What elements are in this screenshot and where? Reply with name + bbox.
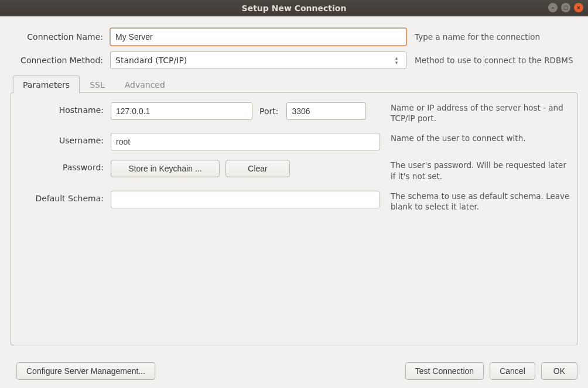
tab-advanced-label: Advanced — [125, 80, 165, 90]
ok-label: OK — [553, 366, 565, 376]
maximize-icon[interactable]: ▢ — [561, 3, 570, 12]
port-input[interactable] — [286, 102, 366, 120]
select-stepper-icon: ▴▾ — [392, 56, 401, 65]
hostname-input[interactable] — [111, 102, 252, 120]
cancel-label: Cancel — [500, 366, 525, 376]
password-label: Password: — [11, 160, 111, 172]
window-title: Setup New Connection — [242, 4, 347, 13]
tabs-container: Parameters SSL Advanced Hostname: Port: … — [11, 75, 577, 345]
test-connection-button[interactable]: Test Connection — [405, 362, 484, 380]
window-controls: – ▢ × — [548, 3, 583, 12]
close-icon[interactable]: × — [574, 3, 583, 12]
test-connection-label: Test Connection — [415, 366, 474, 376]
connection-name-input[interactable] — [110, 28, 406, 46]
connection-name-hint: Type a name for the connection — [406, 32, 577, 42]
store-keychain-button[interactable]: Store in Keychain ... — [111, 160, 220, 177]
tab-ssl-label: SSL — [90, 80, 105, 90]
cancel-button[interactable]: Cancel — [490, 362, 535, 380]
clear-password-button[interactable]: Clear — [225, 160, 290, 177]
tab-parameters[interactable]: Parameters — [13, 75, 80, 93]
password-hint: The user's password. Will be requested l… — [380, 160, 573, 181]
ok-button[interactable]: OK — [541, 362, 577, 380]
hostname-row: Hostname: Port: Name or IP address of th… — [11, 102, 577, 123]
titlebar: Setup New Connection – ▢ × — [0, 0, 588, 16]
default-schema-input[interactable] — [111, 191, 380, 208]
connection-name-label: Connection Name: — [11, 32, 110, 42]
configure-server-label: Configure Server Management... — [26, 366, 145, 376]
username-row: Username: Name of the user to connect wi… — [11, 133, 577, 150]
username-input[interactable] — [111, 133, 380, 150]
hostname-label: Hostname: — [11, 102, 111, 115]
store-keychain-label: Store in Keychain ... — [128, 164, 201, 173]
tab-advanced[interactable]: Advanced — [115, 75, 175, 93]
connection-method-hint: Method to use to connect to the RDBMS — [406, 56, 577, 65]
default-schema-hint: The schema to use as default schema. Lea… — [380, 191, 573, 212]
default-schema-row: Default Schema: The schema to use as def… — [11, 191, 577, 212]
button-bar: Configure Server Management... Test Conn… — [11, 362, 577, 380]
tab-panel-parameters: Hostname: Port: Name or IP address of th… — [11, 92, 577, 345]
tab-bar: Parameters SSL Advanced — [11, 75, 577, 92]
connection-method-row: Connection Method: Standard (TCP/IP) ▴▾ … — [11, 51, 577, 69]
password-row: Password: Store in Keychain ... Clear Th… — [11, 160, 577, 181]
username-hint: Name of the user to connect with. — [380, 133, 573, 143]
configure-server-button[interactable]: Configure Server Management... — [16, 362, 155, 380]
minimize-icon[interactable]: – — [548, 3, 558, 12]
tab-parameters-label: Parameters — [23, 80, 70, 90]
dialog-content: Connection Name: Type a name for the con… — [0, 16, 588, 345]
port-label: Port: — [258, 107, 281, 116]
hostname-hint: Name or IP address of the server host - … — [380, 102, 573, 123]
connection-name-row: Connection Name: Type a name for the con… — [11, 28, 577, 46]
connection-method-label: Connection Method: — [11, 56, 110, 65]
default-schema-label: Default Schema: — [11, 191, 111, 203]
connection-method-value: Standard (TCP/IP) — [115, 56, 187, 65]
clear-password-label: Clear — [248, 164, 267, 173]
connection-method-select[interactable]: Standard (TCP/IP) ▴▾ — [110, 51, 406, 69]
tab-ssl[interactable]: SSL — [80, 75, 115, 93]
username-label: Username: — [11, 133, 111, 145]
